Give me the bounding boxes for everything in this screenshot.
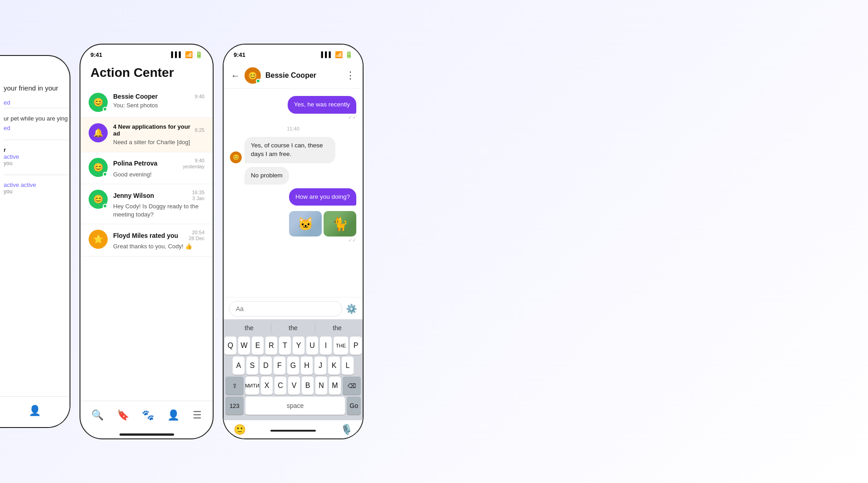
- chat-contact-name: Bessie Cooper: [265, 71, 341, 80]
- msg-avatar-bessie: 😊: [230, 151, 242, 163]
- key-s[interactable]: S: [246, 357, 258, 375]
- p1-divider3: [4, 175, 70, 175]
- key-g[interactable]: G: [287, 357, 299, 375]
- notif-time-bessie: 9:40: [195, 94, 205, 99]
- key-go[interactable]: Go: [347, 397, 361, 415]
- msg-bubble-received-2: No problem: [244, 167, 289, 185]
- key-f[interactable]: F: [274, 357, 285, 375]
- home-indicator: [120, 433, 174, 436]
- key-w[interactable]: W: [238, 337, 250, 355]
- keyboard: the the the Q W E R T Y U I THE P A S: [224, 319, 363, 420]
- key-miti[interactable]: МИТИ: [245, 377, 259, 395]
- key-the[interactable]: THE: [334, 337, 348, 355]
- key-a[interactable]: A: [233, 357, 244, 375]
- nav-profile-icon[interactable]: 👤: [29, 405, 41, 417]
- phone-1: your friend in your ed ur pet while you …: [0, 55, 70, 428]
- p1-active2: active active: [4, 181, 70, 188]
- suggest-3[interactable]: the: [315, 322, 359, 334]
- notif-body-polina: Polina Petrova 9:40 yesterday Good eveni…: [113, 158, 205, 179]
- notif-date-polina: yesterday: [183, 164, 205, 169]
- phone2-nav: 🔍 🔖 🐾 👤 ☰: [80, 401, 213, 433]
- notif-avatar-floyd: ⭐: [89, 230, 108, 249]
- notif-jenny[interactable]: 😊 Jenny Wilson 16:35 3 Jan Hey Cody! Is …: [80, 184, 213, 224]
- phone3-status-bar: 9:41 ▌▌▌ 📶 🔋: [224, 45, 363, 61]
- key-n[interactable]: N: [315, 377, 327, 395]
- suggest-1[interactable]: the: [227, 322, 271, 334]
- key-h[interactable]: H: [301, 357, 313, 375]
- key-shift[interactable]: ⇧: [225, 377, 244, 395]
- keyboard-row-2: A S D F G H J K L: [225, 357, 361, 375]
- key-k[interactable]: K: [328, 357, 340, 375]
- notif-time-jenny: 16:35: [192, 190, 205, 195]
- p1-small1: you: [4, 160, 70, 166]
- nav-search-icon[interactable]: 🔍: [91, 409, 104, 421]
- back-button[interactable]: ←: [231, 70, 240, 81]
- emoji-picker-button[interactable]: ⚙️: [346, 303, 357, 314]
- notif-time-app: 8:25: [195, 127, 205, 133]
- key-y[interactable]: Y: [293, 337, 304, 355]
- phone3-signal-icon: ▌▌▌: [321, 51, 333, 58]
- online-indicator-polina: [103, 172, 107, 176]
- chat-online-dot: [256, 79, 260, 83]
- msg-bubble-received-1: Yes, of course I can, these days I am fr…: [244, 137, 335, 163]
- emoji-icon[interactable]: 🙂: [234, 424, 246, 436]
- key-d[interactable]: D: [260, 357, 272, 375]
- key-e[interactable]: E: [252, 337, 264, 355]
- key-u[interactable]: U: [306, 337, 318, 355]
- key-c[interactable]: C: [274, 377, 286, 395]
- msg-received-2: No problem: [230, 167, 356, 185]
- notif-floyd[interactable]: ⭐ Floyd Miles rated you 20:54 28 Dec Gre…: [80, 224, 213, 257]
- notif-time-polina: 9:40: [195, 158, 205, 163]
- battery-icon: 🔋: [195, 51, 203, 58]
- p1-divider: [4, 108, 70, 108]
- notif-body-bessie: Bessie Cooper 9:40 You: Sent photos: [113, 93, 205, 110]
- keyboard-row-3: ⇧ МИТИ X C V B N M ⌫: [225, 377, 361, 395]
- key-q[interactable]: Q: [224, 337, 236, 355]
- mic-icon[interactable]: 🎙️: [340, 424, 353, 436]
- key-x[interactable]: X: [261, 377, 273, 395]
- key-b[interactable]: B: [302, 377, 314, 395]
- p1-status2: ed: [4, 125, 70, 131]
- phone2-time: 9:41: [90, 51, 102, 58]
- notif-bessie[interactable]: 😊 Bessie Cooper 9:40 You: Sent photos: [80, 87, 213, 118]
- notif-name-bessie: Bessie Cooper: [113, 93, 158, 100]
- nav-profile-icon-2[interactable]: 👤: [167, 409, 180, 421]
- key-delete[interactable]: ⌫: [343, 377, 361, 395]
- phone3-time: 9:41: [234, 51, 245, 58]
- notif-msg-polina: Good evening!: [113, 171, 205, 179]
- key-j[interactable]: J: [314, 357, 326, 375]
- nav-paw-icon[interactable]: 🐾: [142, 409, 154, 421]
- key-p[interactable]: P: [350, 337, 362, 355]
- notif-name-polina: Polina Petrova: [113, 160, 157, 167]
- key-r[interactable]: R: [265, 337, 277, 355]
- msg-check-photos: ✓✓: [348, 237, 356, 243]
- msg-check-1: ✓✓: [348, 115, 356, 121]
- chat-more-button[interactable]: ⋮: [345, 70, 355, 81]
- key-i[interactable]: I: [320, 337, 332, 355]
- keyboard-row-1: Q W E R T Y U I THE P: [225, 337, 361, 355]
- phone-2: 9:41 ▌▌▌ 📶 🔋 Action Center 😊: [80, 44, 214, 439]
- key-t[interactable]: T: [279, 337, 291, 355]
- notif-name-app: 4 New applications for your ad: [113, 123, 195, 137]
- action-center-title: Action Center: [80, 61, 213, 87]
- key-space[interactable]: space: [245, 397, 345, 415]
- wifi-icon: 📶: [185, 51, 193, 58]
- online-indicator-jenny: [103, 204, 107, 208]
- key-v[interactable]: V: [288, 377, 300, 395]
- notif-applications[interactable]: 🔔 4 New applications for your ad 8:25 Ne…: [80, 118, 213, 152]
- msg-sent-1: Yes, he was recently ✓✓: [230, 96, 356, 121]
- notification-list: 😊 Bessie Cooper 9:40 You: Sent photos 🔔: [80, 87, 213, 401]
- nav-menu-icon-2[interactable]: ☰: [193, 409, 202, 421]
- key-l[interactable]: L: [342, 357, 354, 375]
- nav-bookmark-icon[interactable]: 🔖: [117, 409, 129, 421]
- chat-input-area: ⚙️: [224, 297, 363, 319]
- suggest-2[interactable]: the: [271, 322, 315, 334]
- phone-1-nav: 👤 ☰: [0, 396, 70, 428]
- msg-bubble-sent-2: How are you doing?: [289, 188, 356, 206]
- key-123[interactable]: 123: [225, 397, 244, 415]
- key-m[interactable]: M: [329, 377, 341, 395]
- chat-input[interactable]: [229, 301, 342, 317]
- p1-pet-text: ur pet while you are ying and caring ...: [4, 115, 70, 123]
- notif-polina[interactable]: 😊 Polina Petrova 9:40 yesterday Good eve…: [80, 152, 213, 185]
- phone2-status-icons: ▌▌▌ 📶 🔋: [171, 51, 203, 58]
